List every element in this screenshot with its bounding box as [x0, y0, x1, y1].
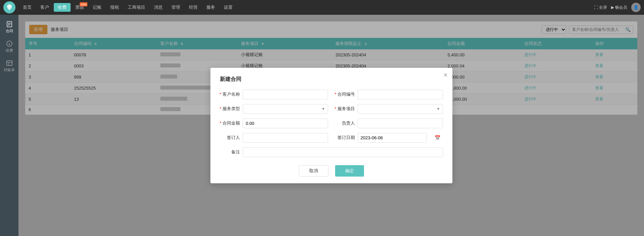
customer-name-input[interactable] — [243, 90, 328, 99]
remark-label: 备注 — [220, 149, 240, 155]
sidebar-label-contract: 合同 — [6, 29, 13, 34]
sidebar-label-statement: 对账单 — [4, 67, 15, 73]
sidebar-item-fee[interactable]: ¥ 收费 — [1, 38, 17, 56]
svg-text:¥: ¥ — [8, 42, 10, 46]
fee-icon: ¥ — [6, 40, 13, 47]
app-logo[interactable] — [3, 1, 15, 13]
remark-row: 备注 — [220, 147, 443, 157]
nav-tax[interactable]: 报税 — [106, 3, 123, 12]
sidebar-item-contract[interactable]: 合同 — [1, 18, 17, 36]
signer-input[interactable] — [243, 133, 328, 143]
service-type-row: 服务类型 ▼ — [220, 104, 328, 114]
cancel-button[interactable]: 取消 — [299, 165, 328, 177]
nav-right-area: ⛶ 全屏 ▶ 畅会员 👤 — [594, 3, 641, 12]
nav-business[interactable]: 工商项目 — [124, 3, 149, 12]
nav-message[interactable]: 消息 — [150, 3, 167, 12]
contract-amount-label: 合同金额 — [220, 120, 240, 126]
service-type-select[interactable] — [243, 104, 328, 114]
member-label: 畅会员 — [615, 5, 627, 10]
modal-footer: 取消 确定 — [220, 165, 443, 177]
fullscreen-label: 全屏 — [599, 5, 607, 10]
nav-service[interactable]: 服务 — [202, 3, 219, 12]
contract-amount-input[interactable] — [243, 119, 328, 128]
top-navigation: 首页 客户 收费 票据 new 记账 报税 工商项目 消息 管理 经营 服务 设… — [0, 0, 644, 15]
new-badge: new — [80, 2, 87, 6]
service-item-label: 服务项目 — [335, 106, 355, 112]
service-item-wrapper: ▼ — [358, 104, 443, 114]
modal-form: 客户名称 合同编号 服务类型 ▼ — [220, 90, 443, 157]
fullscreen-button[interactable]: ⛶ 全屏 — [594, 5, 607, 10]
calendar-icon: 📅 — [435, 135, 440, 140]
modal-close-button[interactable]: ✕ — [443, 72, 448, 78]
play-icon: ▶ — [611, 5, 614, 10]
contract-no-label: 合同编号 — [335, 91, 355, 97]
signer-label: 签订人 — [220, 135, 240, 141]
responsible-label: 负责人 — [335, 120, 355, 126]
contract-no-input[interactable] — [358, 90, 443, 99]
content-area: 新增 服务项目 进行中 已完成 已取消 🔍 — [18, 15, 644, 236]
sidebar-label-fee: 收费 — [6, 48, 13, 53]
contract-amount-row: 合同金额 — [220, 119, 328, 128]
sign-date-row: 签订日期 📅 — [335, 133, 443, 143]
sidebar-item-statement[interactable]: 对账单 — [1, 57, 17, 75]
svg-point-0 — [8, 6, 10, 8]
main-layout: 合同 ¥ 收费 对账单 — [0, 15, 644, 236]
avatar[interactable]: 👤 — [631, 3, 641, 12]
service-type-label: 服务类型 — [220, 106, 240, 112]
modal-overlay[interactable]: ✕ 新建合同 客户名称 合同编号 服务类型 — [18, 15, 644, 236]
nav-customer[interactable]: 客户 — [36, 3, 53, 12]
sign-date-label: 签订日期 — [335, 135, 355, 141]
nav-bookkeeping[interactable]: 记账 — [89, 3, 106, 12]
contract-icon — [6, 21, 13, 28]
modal-title: 新建合同 — [220, 76, 443, 83]
nav-items: 首页 客户 收费 票据 new 记账 报税 工商项目 消息 管理 经营 服务 设… — [19, 3, 594, 12]
remark-input[interactable] — [243, 147, 443, 157]
member-button[interactable]: ▶ 畅会员 — [611, 5, 627, 10]
service-type-wrapper: ▼ — [243, 104, 328, 114]
service-item-select[interactable] — [358, 104, 443, 114]
signer-row: 签订人 — [220, 133, 328, 143]
new-contract-modal: ✕ 新建合同 客户名称 合同编号 服务类型 — [210, 68, 452, 183]
sign-date-input[interactable] — [358, 133, 427, 143]
sidebar: 合同 ¥ 收费 对账单 — [0, 15, 18, 236]
customer-name-row: 客户名称 — [220, 90, 328, 99]
nav-operation[interactable]: 经营 — [185, 3, 202, 12]
service-item-row: 服务项目 ▼ — [335, 104, 443, 114]
contract-no-row: 合同编号 — [335, 90, 443, 99]
statement-icon — [6, 60, 13, 66]
nav-settings[interactable]: 设置 — [220, 3, 237, 12]
nav-home[interactable]: 首页 — [19, 3, 36, 12]
customer-name-label: 客户名称 — [220, 91, 240, 97]
nav-invoice[interactable]: 票据 new — [71, 3, 88, 12]
fullscreen-icon: ⛶ — [594, 5, 598, 10]
nav-fee[interactable]: 收费 — [54, 3, 71, 12]
nav-manage[interactable]: 管理 — [167, 3, 184, 12]
responsible-input[interactable] — [358, 119, 443, 128]
svg-rect-7 — [7, 61, 12, 65]
responsible-row: 负责人 — [335, 119, 443, 128]
confirm-button[interactable]: 确定 — [335, 165, 364, 177]
sign-date-wrapper: 📅 — [358, 133, 443, 143]
